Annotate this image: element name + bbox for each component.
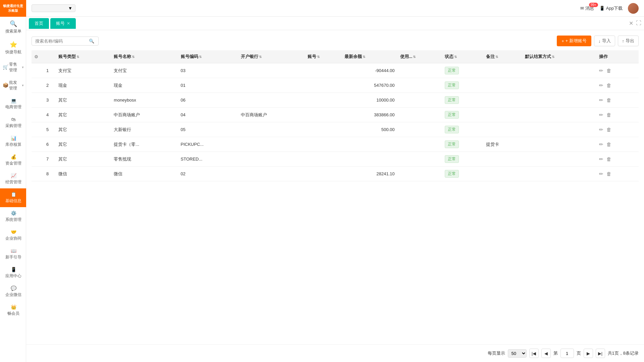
cell-action: ✏ 🗑 bbox=[596, 152, 639, 167]
cell-remark bbox=[483, 78, 523, 93]
delete-button[interactable]: 🗑 bbox=[606, 112, 611, 118]
sidebar-item-retail-mgmt[interactable]: 🛒 零售管理 ▼ bbox=[0, 58, 26, 76]
th-account[interactable]: 账号⇅ bbox=[305, 50, 342, 63]
sidebar-item-inventory[interactable]: 📊 库存核算 bbox=[0, 132, 26, 151]
messages-button[interactable]: ✉ 消息 99+ bbox=[580, 5, 594, 11]
cell-settlement bbox=[522, 108, 596, 122]
sidebar-item-purchase-mgmt[interactable]: 🛍 采购管理 bbox=[0, 113, 26, 132]
cell-name: 零售抵现 bbox=[111, 152, 178, 167]
cell-name: 提货卡（零... bbox=[111, 137, 178, 152]
top-search-input[interactable] bbox=[35, 6, 68, 11]
window-maximize-icon[interactable]: ⛶ bbox=[636, 20, 641, 26]
sidebar-item-wholesale-mgmt[interactable]: 📦 批发管理 ▼ bbox=[0, 76, 26, 95]
user-avatar[interactable] bbox=[628, 3, 639, 14]
sidebar-item-enterprise-wechat[interactable]: 💬 企业微信 bbox=[0, 282, 26, 301]
settings-gear-icon[interactable]: ⚙ bbox=[34, 54, 38, 59]
sidebar-item-quick-nav[interactable]: ⭐ 快捷导航 bbox=[0, 38, 26, 58]
sidebar-item-label: 库存核算 bbox=[5, 142, 21, 147]
tab-bar: 首页 账号 ✕ ✕ ⛶ bbox=[26, 17, 644, 30]
cell-type: 其它 bbox=[56, 108, 111, 122]
cell-status: 正常 bbox=[442, 108, 483, 122]
delete-button[interactable]: 🗑 bbox=[606, 171, 611, 177]
cell-balance: 500.00 bbox=[342, 122, 397, 137]
th-balance[interactable]: 最新余额⇅ bbox=[342, 50, 397, 63]
th-code[interactable]: 账号编码⇅ bbox=[178, 50, 238, 63]
top-search-box[interactable]: ▼ bbox=[32, 4, 75, 12]
sidebar-item-search-menu[interactable]: 🔍 搜索菜单 bbox=[0, 17, 26, 38]
th-bank[interactable]: 开户银行⇅ bbox=[238, 50, 305, 63]
tab-account[interactable]: 账号 ✕ bbox=[50, 18, 76, 29]
delete-button[interactable]: 🗑 bbox=[606, 97, 611, 103]
import-icon: ↓ bbox=[598, 39, 601, 44]
page-next-button[interactable]: ▶ bbox=[584, 349, 593, 358]
search-input[interactable] bbox=[35, 39, 89, 44]
th-status[interactable]: 状态⇅ bbox=[442, 50, 483, 63]
sidebar-item-operation-mgmt[interactable]: 📈 经营管理 bbox=[0, 170, 26, 188]
cell-num: 8 bbox=[44, 167, 56, 181]
sidebar-item-label: 搜索菜单 bbox=[5, 28, 21, 34]
add-account-button[interactable]: + + 新增账号 bbox=[557, 36, 591, 46]
tab-close-icon[interactable]: ✕ bbox=[67, 21, 70, 25]
import-button[interactable]: ↓ 导入 bbox=[594, 36, 615, 46]
th-settings[interactable]: ⚙ bbox=[32, 50, 44, 63]
purchase-mgmt-icon: 🛍 bbox=[11, 117, 16, 122]
sidebar-item-enterprise-agreement[interactable]: 🤝 企业协同 bbox=[0, 226, 26, 245]
edit-button[interactable]: ✏ bbox=[599, 97, 603, 103]
search-icon[interactable]: 🔍 bbox=[89, 39, 94, 44]
cell-action: ✏ 🗑 bbox=[596, 78, 639, 93]
export-icon: ↑ bbox=[622, 39, 625, 44]
window-close-icon[interactable]: ✕ bbox=[629, 20, 633, 26]
page-size-label: 每页显示 bbox=[488, 350, 505, 356]
sidebar-item-label: 企业微信 bbox=[5, 292, 21, 298]
sidebar-item-member[interactable]: 👑 畅会员 bbox=[0, 301, 26, 320]
export-button[interactable]: ↑ 导出 bbox=[618, 36, 639, 46]
cell-settlement bbox=[522, 152, 596, 167]
sidebar-item-label: 系统管理 bbox=[5, 217, 21, 223]
page-prev-button[interactable]: ◀ bbox=[541, 349, 551, 358]
page-size-select[interactable]: 50 100 200 bbox=[508, 349, 527, 358]
delete-button[interactable]: 🗑 bbox=[606, 68, 611, 73]
sidebar-item-label: 应用中心 bbox=[5, 273, 21, 279]
import-label: 导入 bbox=[602, 38, 611, 44]
delete-button[interactable]: 🗑 bbox=[606, 82, 611, 88]
sidebar-item-beginner-guide[interactable]: 📖 新手引导 bbox=[0, 245, 26, 263]
cell-bank bbox=[238, 152, 305, 167]
sidebar-item-basic-info[interactable]: 📋 基础信息 bbox=[0, 188, 26, 207]
edit-button[interactable]: ✏ bbox=[599, 171, 603, 177]
account-table: ⚙ 账号类型⇅ 账号名称⇅ 账号编码⇅ 开户银行⇅ 账号⇅ 最新余额⇅ 使用..… bbox=[32, 50, 639, 181]
phone-icon: 📱 bbox=[599, 6, 605, 11]
edit-button[interactable]: ✏ bbox=[599, 141, 603, 147]
cell-settlement bbox=[522, 93, 596, 108]
edit-button[interactable]: ✏ bbox=[599, 156, 603, 162]
cell-bank bbox=[238, 137, 305, 152]
edit-button[interactable]: ✏ bbox=[599, 82, 603, 88]
page-last-button[interactable]: ▶| bbox=[596, 349, 605, 358]
edit-button[interactable]: ✏ bbox=[599, 68, 603, 73]
search-box[interactable]: 🔍 bbox=[32, 37, 99, 46]
delete-button[interactable]: 🗑 bbox=[606, 156, 611, 162]
page-number-input[interactable] bbox=[560, 349, 574, 358]
edit-button[interactable]: ✏ bbox=[599, 112, 603, 118]
cell-usage bbox=[397, 152, 442, 167]
th-remark[interactable]: 备注⇅ bbox=[483, 50, 523, 63]
sidebar-item-capital-mgmt[interactable]: 💰 资金管理 bbox=[0, 151, 26, 170]
cell-code: 03 bbox=[178, 63, 238, 78]
cell-num: 1 bbox=[44, 63, 56, 78]
delete-button[interactable]: 🗑 bbox=[606, 141, 611, 147]
page-first-button[interactable]: |◀ bbox=[529, 349, 539, 358]
app-download-button[interactable]: 📱 App下载 bbox=[599, 5, 623, 11]
tab-home[interactable]: 首页 bbox=[29, 18, 49, 29]
cell-bank: 中百商场账户 bbox=[238, 108, 305, 122]
enterprise-agreement-icon: 🤝 bbox=[11, 229, 16, 235]
th-name[interactable]: 账号名称⇅ bbox=[111, 50, 178, 63]
delete-button[interactable]: 🗑 bbox=[606, 127, 611, 132]
app-name: 畅捷通好生意 bbox=[3, 4, 23, 8]
sidebar-item-system-mgmt[interactable]: ⚙️ 系统管理 bbox=[0, 207, 26, 226]
th-type[interactable]: 账号类型⇅ bbox=[56, 50, 111, 63]
edit-button[interactable]: ✏ bbox=[599, 127, 603, 132]
cell-remark bbox=[483, 93, 523, 108]
sidebar-item-app-center[interactable]: 📱 应用中心 bbox=[0, 263, 26, 282]
th-usage[interactable]: 使用...⇅ bbox=[397, 50, 442, 63]
sidebar-item-ecommerce-mgmt[interactable]: 💻 电商管理 bbox=[0, 95, 26, 113]
th-settlement[interactable]: 默认结算方式⇅ bbox=[522, 50, 596, 63]
